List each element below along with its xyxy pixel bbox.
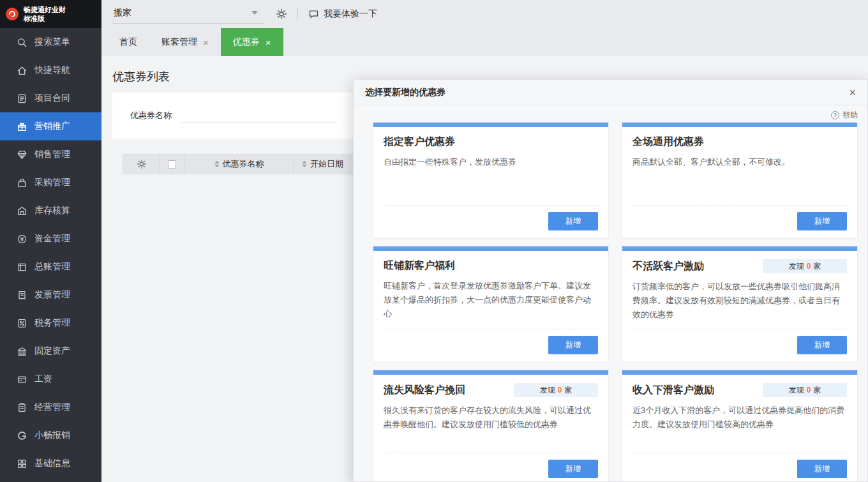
- dashed-divider: [632, 329, 847, 329]
- badge-count: 0: [807, 262, 811, 271]
- app-logo: 畅捷通好业财 标准版: [0, 0, 101, 28]
- sidebar-item-sales[interactable]: 销售管理: [0, 140, 101, 169]
- card-accent-bar: [373, 123, 608, 127]
- card-accent-bar: [622, 123, 857, 127]
- sidebar-item-invoice[interactable]: 发票管理: [0, 281, 101, 309]
- modal-header: 选择要新增的优惠券 ×: [354, 80, 867, 105]
- gift-icon: [17, 121, 27, 132]
- sidebar-item-label: 发票管理: [34, 289, 70, 301]
- coupon-card-grid: 指定客户优惠券 自由指定一些特殊客户，发放优惠券 新增 全场通用优惠券 商品默认…: [373, 122, 858, 481]
- dashed-divider: [632, 205, 847, 206]
- experience-label: 我要体验一下: [324, 8, 377, 20]
- sort-icon[interactable]: [214, 161, 220, 167]
- add-coupon-button[interactable]: 新增: [797, 460, 847, 478]
- sidebar-item-label: 基础信息: [34, 458, 70, 469]
- home-icon: [17, 65, 27, 76]
- sidebar-item-fixed-assets[interactable]: 固定资产: [0, 337, 101, 365]
- column-settings-button[interactable]: [123, 154, 160, 174]
- card-accent-bar: [622, 246, 857, 251]
- sidebar-item-search-menu[interactable]: 搜索菜单: [0, 28, 101, 56]
- sidebar-item-label: 库存核算: [34, 205, 70, 216]
- receipt-icon: [17, 290, 27, 301]
- coupon-name-filter-input[interactable]: [181, 108, 337, 123]
- clipboard-icon: [17, 402, 27, 413]
- tab-label: 优惠券: [233, 36, 260, 48]
- select-all-checkbox[interactable]: [160, 154, 184, 174]
- sidebar-item-label: 固定资产: [34, 345, 70, 357]
- percent-document-icon: [17, 318, 27, 329]
- tab-home[interactable]: 首页: [107, 28, 149, 56]
- help-link[interactable]: ? 帮助: [373, 109, 858, 121]
- sidebar-item-marketing[interactable]: 营销推广: [0, 112, 101, 140]
- add-coupon-button[interactable]: 新增: [548, 460, 598, 478]
- sidebar-item-label: 资金管理: [34, 233, 70, 245]
- sidebar-item-project-contract[interactable]: 项目合同: [0, 84, 101, 112]
- dashed-divider: [632, 453, 847, 453]
- settings-gear-button[interactable]: [276, 8, 287, 20]
- card-description: 商品默认全部、客户默认全部，不可修改。: [632, 155, 847, 169]
- coupon-card-designated-customer: 指定客户优惠券 自由指定一些特殊客户，发放优惠券 新增: [373, 122, 609, 239]
- sidebar-item-inventory[interactable]: 库存核算: [0, 197, 101, 225]
- warehouse-icon: [17, 206, 27, 216]
- add-coupon-button[interactable]: 新增: [548, 336, 598, 354]
- coupon-name-filter-label: 优惠券名称: [130, 110, 172, 121]
- close-icon[interactable]: ×: [849, 87, 856, 98]
- document-icon: [17, 93, 27, 104]
- add-coupon-button[interactable]: 新增: [548, 212, 598, 230]
- tab-coupon[interactable]: 优惠券 ×: [221, 28, 283, 56]
- close-icon[interactable]: ×: [203, 38, 209, 47]
- card-title: 收入下滑客户激励: [632, 384, 714, 397]
- sidebar-item-label: 采购管理: [34, 177, 70, 188]
- diamond-icon: [17, 149, 27, 160]
- org-selector-value: 搬家: [114, 7, 131, 19]
- modal-body: ? 帮助 指定客户优惠券 自由指定一些特殊客户，发放优惠券 新增: [354, 105, 867, 481]
- coin-yuan-icon: [17, 234, 27, 245]
- sidebar-item-basic-info[interactable]: 基础信息: [0, 449, 101, 478]
- card-title: 旺铺新客户福利: [384, 259, 455, 273]
- close-icon[interactable]: ×: [266, 38, 271, 47]
- app-title-line1: 畅捷通好业财: [24, 5, 66, 14]
- sidebar-item-reimbursement[interactable]: 小畅报销: [0, 421, 101, 449]
- sidebar-item-purchase[interactable]: 采购管理: [0, 169, 101, 197]
- coupon-card-new-customer: 旺铺新客户福利 旺铺新客户，首次登录发放优惠券激励客户下单。建议发放某个爆品的折…: [373, 246, 609, 363]
- sidebar-item-general-ledger[interactable]: 总账管理: [0, 253, 101, 281]
- sidebar-item-label: 快捷导航: [34, 64, 70, 76]
- tab-account-set[interactable]: 账套管理 ×: [149, 28, 221, 56]
- chevron-down-icon: [251, 11, 258, 15]
- column-header-coupon-name[interactable]: 优惠券名称: [184, 154, 294, 174]
- add-coupon-button[interactable]: 新增: [797, 336, 847, 354]
- found-count-badge: 发现 0 家: [514, 383, 598, 397]
- add-coupon-modal: 选择要新增的优惠券 × ? 帮助 指定客户优惠券 自由指定一些特殊客户，发放优惠…: [353, 79, 868, 482]
- badge-suffix: 家: [564, 385, 572, 396]
- badge-prefix: 发现: [789, 385, 804, 396]
- badge-prefix: 发现: [789, 261, 804, 272]
- sidebar-item-funds[interactable]: 资金管理: [0, 225, 101, 253]
- chat-bubble-icon: [308, 9, 319, 20]
- sort-icon[interactable]: [302, 161, 307, 167]
- sidebar-item-tax[interactable]: 税务管理: [0, 309, 101, 337]
- sidebar-item-operations[interactable]: 经营管理: [0, 393, 101, 421]
- card-title: 流失风险客户挽回: [384, 384, 465, 397]
- coupon-card-declining-revenue: 收入下滑客户激励 发现 0 家 近3个月收入下滑的客户，可以通过优惠券提高他们的…: [622, 370, 858, 481]
- dashed-divider: [384, 453, 598, 453]
- checkbox-icon: [168, 160, 176, 169]
- building-icon: [17, 346, 27, 357]
- sidebar-item-label: 小畅报销: [34, 430, 70, 441]
- add-coupon-button[interactable]: 新增: [797, 212, 847, 230]
- sidebar-item-payroll[interactable]: 工资: [0, 365, 101, 393]
- org-selector-dropdown[interactable]: 搬家: [112, 5, 264, 24]
- card-description: 近3个月收入下滑的客户，可以通过优惠券提高他们的消费力度。建议发放使用门槛较高的…: [632, 403, 847, 432]
- grid-icon: [17, 458, 27, 469]
- sidebar-item-label: 经营管理: [34, 402, 70, 413]
- dashed-divider: [384, 329, 598, 329]
- experience-button[interactable]: 我要体验一下: [308, 8, 377, 20]
- sidebar-item-quick-nav[interactable]: 快捷导航: [0, 56, 101, 84]
- column-label: 开始日期: [310, 158, 343, 170]
- search-icon: [17, 37, 27, 48]
- topbar-divider: [297, 8, 298, 20]
- card-description: 很久没有来订货的客户存在较大的流失风险，可以通过优惠券唤醒他们。建议发放使用门槛…: [384, 403, 598, 432]
- ledger-book-icon: [17, 262, 27, 273]
- sidebar-item-label: 税务管理: [34, 317, 70, 329]
- card-title: 全场通用优惠券: [632, 135, 704, 149]
- bank-card-icon: [17, 374, 27, 385]
